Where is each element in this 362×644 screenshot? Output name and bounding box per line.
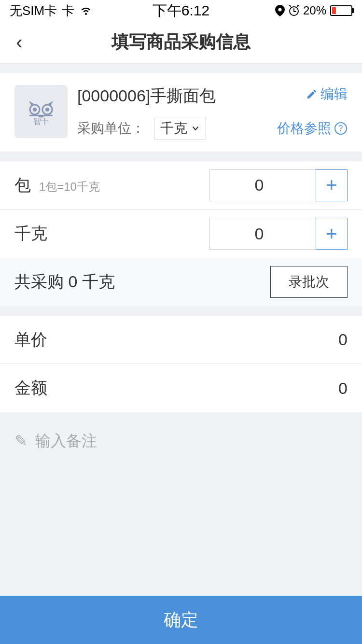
unit-label-group: 采购单位： 千克 [77,117,206,140]
bao-label-group: 包 1包=10千克 [14,174,100,196]
chevron-down-icon [191,124,200,133]
product-name: [0000006]手撕面包 [77,85,216,107]
svg-point-10 [45,108,49,112]
summary-text: 共采购 0 千克 [14,271,115,293]
bao-quantity-input[interactable] [209,169,316,201]
price-ref-button[interactable]: 价格参照 ? [277,119,348,138]
battery-icon [330,5,352,16]
bao-plus-button[interactable]: + [316,169,348,201]
status-bar: 无SIM卡 卡 下午6:12 20% [0,0,362,21]
confirm-label: 确定 [164,608,198,632]
edit-label: 编辑 [320,85,348,103]
unit-price-value: 0 [338,330,348,349]
status-bar-time: 下午6:12 [153,1,209,21]
bao-label: 包 [14,176,31,194]
mid-divider-2 [0,306,362,316]
svg-text:?: ? [339,124,343,132]
page: 无SIM卡 卡 下午6:12 20% [0,0,362,644]
kg-quantity-input[interactable] [209,218,316,250]
kg-input-right: + [209,218,348,250]
pencil-icon: ✎ [14,432,28,450]
owl-logo-icon: 智十 [24,97,58,126]
nav-bar: ‹ 填写商品采购信息 [0,21,362,64]
kg-plus-button[interactable]: + [316,218,348,250]
wifi-icon [79,6,93,15]
svg-point-0 [85,13,87,15]
amount-row: 金额 0 [0,364,362,412]
edit-icon [306,88,318,100]
mid-divider-1 [0,152,362,161]
page-title: 填写商品采购信息 [111,30,251,54]
bao-input-row: 包 1包=10千克 + [0,161,362,210]
bao-input-right: + [209,169,348,201]
svg-line-6 [297,5,299,6]
price-section: 单价 0 金额 0 [0,316,362,412]
svg-point-1 [278,8,281,12]
bao-sub-label: 1包=10千克 [39,180,100,193]
kg-label: 千克 [14,224,47,242]
product-thumbnail: 智十 [14,85,68,138]
help-icon: ? [334,122,348,135]
kg-input-row: 千克 + [0,210,362,258]
unit-label: 采购单位： [77,121,145,136]
battery-fill [332,7,336,14]
svg-line-5 [289,5,291,6]
edit-link[interactable]: 编辑 [306,85,348,103]
input-section: 包 1包=10千克 + 千克 + [0,161,362,258]
status-bar-left: 无SIM卡 卡 [10,2,93,19]
back-button[interactable]: ‹ [0,21,39,64]
notes-section[interactable]: ✎ 输入备注 [0,417,362,475]
battery-percent: 20% [303,4,326,17]
svg-text:智十: 智十 [33,117,49,126]
kg-label-group: 千克 [14,223,47,245]
summary-row: 共采购 0 千克 录批次 [0,258,362,306]
unit-price-row: 单价 0 [0,316,362,364]
price-ref-label: 价格参照 [277,119,331,138]
location-icon [275,5,285,16]
confirm-button[interactable]: 确定 [0,596,362,644]
unit-select[interactable]: 千克 [154,117,206,140]
svg-point-9 [33,108,37,112]
alarm-icon [289,5,299,16]
sim-icon: 卡 [62,2,74,19]
unit-row: 采购单位： 千克 价格参照 ? [77,117,348,140]
summary-section: 共采购 0 千克 录批次 [0,258,362,306]
mid-divider-3 [0,412,362,417]
product-info: [0000006]手撕面包 编辑 采购单位： 千克 [77,85,348,140]
amount-value: 0 [338,379,348,398]
top-divider [0,64,362,73]
batch-button[interactable]: 录批次 [270,266,348,298]
status-bar-right: 20% [275,4,352,17]
product-card: 智十 [0000006]手撕面包 编辑 采购单位： 千克 [0,73,362,152]
amount-label: 金额 [14,377,47,399]
unit-price-label: 单价 [14,329,47,351]
notes-placeholder: 输入备注 [35,431,97,452]
unit-value: 千克 [160,119,187,138]
carrier-text: 无SIM卡 [10,2,57,19]
product-name-row: [0000006]手撕面包 编辑 [77,85,348,107]
back-icon: ‹ [16,31,22,53]
